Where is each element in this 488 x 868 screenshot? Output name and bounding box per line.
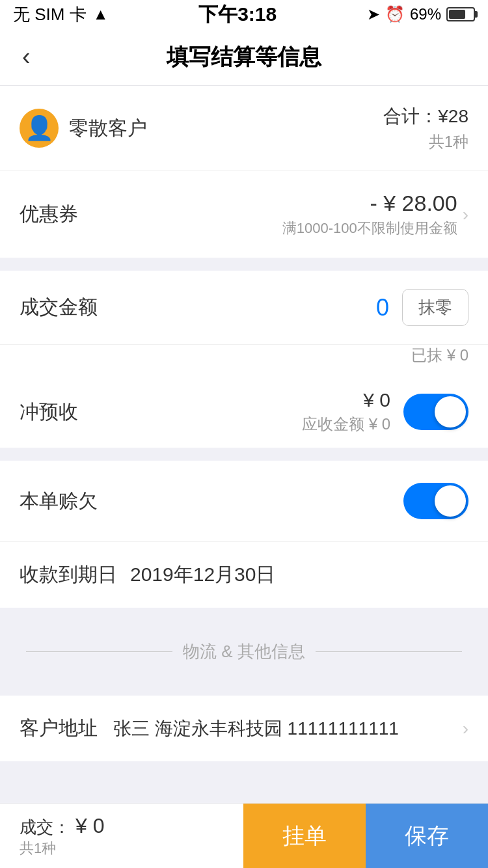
customer-name: 零散客户 <box>69 115 147 142</box>
customer-avatar: 👤 <box>20 109 59 148</box>
bottom-deal-row: 成交： ¥ 0 <box>20 814 224 839</box>
debt-toggle-thumb <box>435 485 466 517</box>
deal-sub-text: 已抹 ¥ 0 <box>0 345 488 376</box>
nav-bar: ‹ 填写结算等信息 <box>0 29 488 86</box>
coupon-right: - ¥ 28.00 满1000-100不限制使用金额 › <box>282 191 468 238</box>
deal-right: 0 抹零 <box>376 289 468 326</box>
due-date-value: 2019年12月30日 <box>130 562 275 588</box>
divider-line-right <box>316 651 462 652</box>
prepay-toggle[interactable] <box>403 394 468 430</box>
coupon-label: 优惠券 <box>20 201 78 228</box>
bottom-left: 成交： ¥ 0 共1种 <box>0 814 243 858</box>
location-icon: ➤ <box>367 5 380 23</box>
address-value: 张三 海淀永丰科技园 11111111111 <box>113 716 463 741</box>
address-label: 客户地址 <box>20 715 98 742</box>
round-button[interactable]: 抹零 <box>402 289 468 326</box>
status-right: ➤ ⏰ 69% <box>367 5 475 23</box>
divider-line-left <box>26 651 172 652</box>
bottom-bar: 成交： ¥ 0 共1种 挂单 保存 <box>0 803 488 868</box>
deal-amount-label: 成交金额 <box>20 294 98 321</box>
debt-section: 本单赊欠 收款到期日 2019年12月30日 <box>0 461 488 608</box>
customer-right: 合计：¥28 共1种 <box>383 104 468 152</box>
pending-button[interactable]: 挂单 <box>243 804 366 869</box>
bottom-deal-amount: ¥ 0 <box>75 814 104 838</box>
battery-icon <box>446 7 475 21</box>
debt-row: 本单赊欠 <box>0 461 488 541</box>
bottom-deal-label: 成交： <box>20 816 70 839</box>
logistics-label: 物流 & 其他信息 <box>183 640 305 663</box>
address-section: 客户地址 张三 海淀永丰科技园 11111111111 › <box>0 696 488 761</box>
coupon-description: 满1000-100不限制使用金额 <box>282 219 457 238</box>
status-left: 无 SIM 卡 ▲ <box>13 3 108 26</box>
deal-section: 成交金额 0 抹零 已抹 ¥ 0 冲预收 ¥ 0 应收金额 ¥ 0 <box>0 271 488 448</box>
prepay-right: ¥ 0 应收金额 ¥ 0 <box>302 389 468 435</box>
customer-count: 共1种 <box>383 131 468 152</box>
customer-total: 合计：¥28 <box>383 104 468 129</box>
debt-toggle[interactable] <box>403 483 468 519</box>
page-title: 填写结算等信息 <box>167 42 321 72</box>
prepay-amount: ¥ 0 <box>302 389 390 411</box>
coupon-info: - ¥ 28.00 满1000-100不限制使用金额 <box>282 191 457 238</box>
debt-label: 本单赊欠 <box>20 488 98 515</box>
address-row[interactable]: 客户地址 张三 海淀永丰科技园 11111111111 › <box>0 696 488 761</box>
due-date-label: 收款到期日 <box>20 562 117 588</box>
chevron-right-icon: › <box>463 204 468 225</box>
carrier-label: 无 SIM 卡 <box>13 3 87 26</box>
toggle-thumb <box>435 396 466 427</box>
coupon-row[interactable]: 优惠券 - ¥ 28.00 满1000-100不限制使用金额 › <box>0 170 488 258</box>
prepay-info: ¥ 0 应收金额 ¥ 0 <box>302 389 390 435</box>
back-button[interactable]: ‹ <box>16 36 37 77</box>
deal-amount-value: 0 <box>376 294 389 321</box>
bottom-count: 共1种 <box>20 839 224 858</box>
battery-fill <box>449 10 465 19</box>
battery-percent: 69% <box>410 5 441 23</box>
logistics-divider: 物流 & 其他信息 <box>0 621 488 683</box>
avatar-icon: 👤 <box>25 115 54 142</box>
prepay-label: 冲预收 <box>20 399 78 426</box>
status-bar: 无 SIM 卡 ▲ 下午3:18 ➤ ⏰ 69% <box>0 0 488 29</box>
address-chevron-icon: › <box>463 718 468 739</box>
customer-row: 👤 零散客户 合计：¥28 共1种 <box>0 86 488 170</box>
due-date-row: 收款到期日 2019年12月30日 <box>0 541 488 608</box>
wifi-icon: ▲ <box>93 5 109 23</box>
save-button[interactable]: 保存 <box>366 804 488 869</box>
deal-amount-row: 成交金额 0 抹零 <box>0 271 488 345</box>
customer-left: 👤 零散客户 <box>20 109 147 148</box>
status-time: 下午3:18 <box>198 1 277 28</box>
prepay-row: 冲预收 ¥ 0 应收金额 ¥ 0 <box>0 376 488 448</box>
prepay-sub-text: 应收金额 ¥ 0 <box>302 414 390 435</box>
customer-section: 👤 零散客户 合计：¥28 共1种 优惠券 - ¥ 28.00 满1000-10… <box>0 86 488 258</box>
alarm-icon: ⏰ <box>385 5 405 23</box>
logistics-section: 物流 & 其他信息 <box>0 621 488 683</box>
coupon-amount: - ¥ 28.00 <box>282 191 457 216</box>
